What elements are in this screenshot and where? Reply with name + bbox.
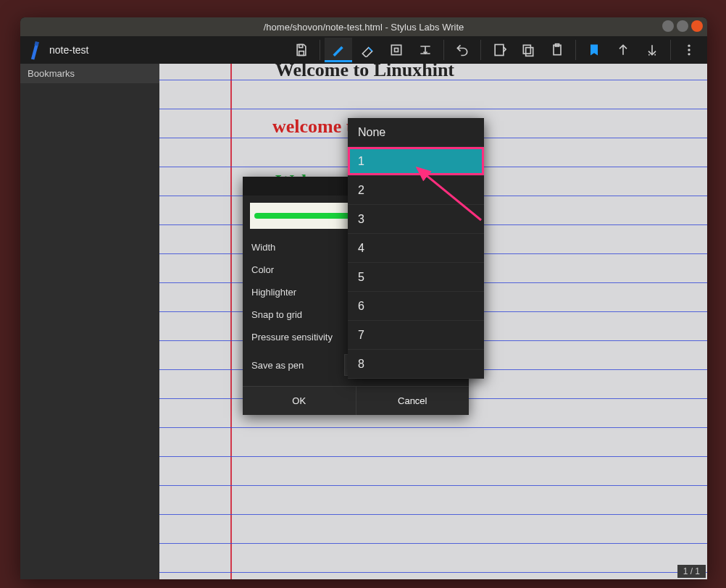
- window-controls: [662, 20, 703, 32]
- svg-rect-6: [523, 45, 530, 54]
- paste-button[interactable]: [543, 38, 571, 62]
- prev-page-button[interactable]: [609, 38, 637, 62]
- margin-line: [230, 64, 232, 579]
- toolbar: note-test: [20, 36, 707, 64]
- app-window: /home/shovon/note-test.html - Stylus Lab…: [20, 17, 707, 579]
- bookmarks-list[interactable]: [20, 83, 159, 579]
- pen-cancel-button[interactable]: Cancel: [356, 387, 470, 415]
- pen-dialog-buttons: OK Cancel: [243, 386, 469, 415]
- svg-rect-1: [299, 45, 303, 48]
- dropdown-item-6[interactable]: 6: [348, 292, 484, 321]
- overflow-menu-button[interactable]: [675, 38, 703, 62]
- svg-point-10: [688, 45, 690, 47]
- pen-tool-button[interactable]: [325, 38, 352, 62]
- dropdown-item-4[interactable]: 4: [348, 234, 484, 263]
- dropdown-item-1[interactable]: 1: [348, 147, 484, 176]
- svg-rect-5: [495, 45, 504, 56]
- cut-button[interactable]: [485, 38, 513, 62]
- window-title: /home/shovon/note-test.html - Stylus Lab…: [264, 22, 464, 33]
- svg-rect-7: [526, 48, 533, 56]
- next-page-button[interactable]: [638, 38, 666, 62]
- svg-rect-4: [395, 49, 399, 52]
- save-button[interactable]: [288, 38, 315, 62]
- sidebar-header: Bookmarks: [20, 64, 159, 83]
- pen-saveas-label: Save as pen: [251, 360, 344, 371]
- svg-rect-3: [391, 45, 401, 54]
- bookmark-button[interactable]: [580, 38, 608, 62]
- eraser-tool-button[interactable]: [354, 38, 381, 62]
- maximize-button[interactable]: [677, 20, 688, 32]
- handwriting-line-1: Welcome to Linuxhint: [275, 64, 454, 81]
- pen-ok-button[interactable]: OK: [243, 387, 356, 415]
- dropdown-item-8[interactable]: 8: [348, 350, 484, 379]
- select-tool-button[interactable]: [383, 38, 410, 62]
- svg-rect-2: [299, 51, 304, 56]
- dropdown-item-5[interactable]: 5: [348, 263, 484, 292]
- undo-button[interactable]: [448, 38, 476, 62]
- close-button[interactable]: [691, 20, 703, 32]
- dropdown-item-7[interactable]: 7: [348, 321, 484, 350]
- svg-point-11: [688, 49, 690, 51]
- titlebar: /home/shovon/note-test.html - Stylus Lab…: [20, 17, 707, 36]
- bookmarks-sidebar: Bookmarks: [20, 64, 159, 579]
- insert-space-button[interactable]: [412, 38, 439, 62]
- document-title: note-test: [49, 44, 88, 56]
- svg-point-12: [688, 53, 690, 55]
- saveas-dropdown[interactable]: None12345678: [348, 118, 484, 379]
- minimize-button[interactable]: [662, 20, 674, 32]
- page-counter: 1 / 1: [677, 565, 706, 578]
- copy-button[interactable]: [514, 38, 542, 62]
- dropdown-item-3[interactable]: 3: [348, 205, 484, 234]
- app-icon: [21, 37, 47, 63]
- dropdown-item-none[interactable]: None: [348, 118, 484, 147]
- dropdown-item-2[interactable]: 2: [348, 176, 484, 205]
